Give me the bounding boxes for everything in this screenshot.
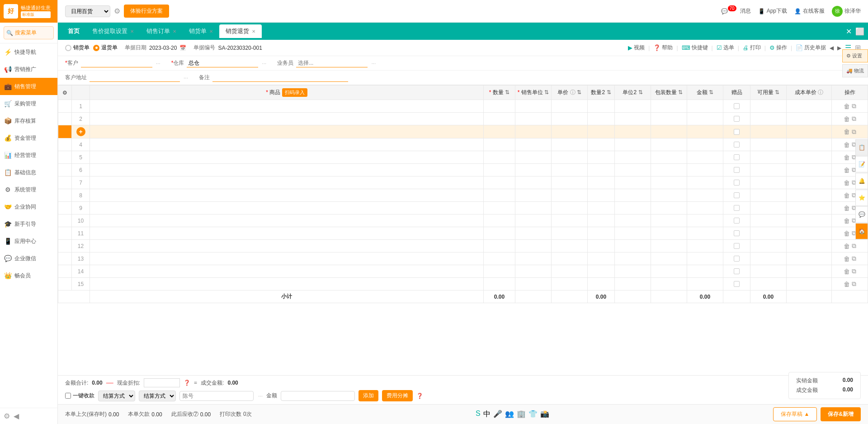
- table-settings-icon[interactable]: ⚙: [62, 90, 67, 96]
- avail-cell-7[interactable]: [750, 176, 787, 189]
- delete-row-btn-9[interactable]: 🗑: [844, 205, 850, 212]
- gift-cell-14[interactable]: [723, 265, 750, 278]
- fee-question-icon[interactable]: ❓: [416, 393, 423, 399]
- unit2-cell-8[interactable]: [615, 189, 651, 202]
- amount-cell-11[interactable]: [687, 227, 723, 240]
- avail-cell-5[interactable]: [750, 151, 787, 164]
- message-center[interactable]: 💬 70 消息: [721, 7, 751, 15]
- avail-cell-10[interactable]: [750, 214, 787, 227]
- qty-cell-7[interactable]: [484, 176, 515, 189]
- qty2-cell-3[interactable]: [588, 125, 615, 138]
- add-payment-btn[interactable]: 添加: [359, 390, 378, 401]
- cost-cell-2[interactable]: [787, 113, 832, 125]
- close-price-tab-icon[interactable]: ✕: [130, 29, 134, 34]
- unit2-cell-4[interactable]: [615, 138, 651, 151]
- unit2-cell-10[interactable]: [615, 214, 651, 227]
- rf-btn-6[interactable]: 🏠: [855, 223, 868, 239]
- close-sales-order-tab-icon[interactable]: ✕: [173, 29, 176, 34]
- unit2-cell-6[interactable]: [615, 164, 651, 176]
- rf-btn-5[interactable]: 💬: [855, 206, 868, 223]
- product-input-13[interactable]: [92, 256, 481, 262]
- gift-checkbox-6[interactable]: [734, 167, 740, 173]
- price-cell-5[interactable]: [552, 151, 588, 164]
- delete-row-btn-3[interactable]: 🗑: [844, 128, 850, 135]
- video-btn[interactable]: ▶视频: [628, 44, 645, 52]
- qty2-cell-13[interactable]: [588, 252, 615, 265]
- amount-cell-1[interactable]: [687, 100, 723, 113]
- delete-row-btn-5[interactable]: 🗑: [844, 154, 850, 161]
- amount-cell-9[interactable]: [687, 202, 723, 214]
- product-cell-1[interactable]: [90, 100, 484, 113]
- gift-checkbox-3[interactable]: [734, 129, 740, 135]
- qty-cell-12[interactable]: [484, 240, 515, 252]
- sidebar-item-sales[interactable]: 💼 销售管理: [0, 78, 57, 95]
- tab-delivery[interactable]: 销货单 ✕: [183, 24, 219, 38]
- close-all-tabs-icon[interactable]: ✕: [846, 27, 852, 36]
- product-cell-9[interactable]: [90, 202, 484, 214]
- amount-cell-2[interactable]: [687, 113, 723, 125]
- product-cell-13[interactable]: [90, 252, 484, 265]
- gift-cell-15[interactable]: [723, 278, 750, 291]
- product-cell-11[interactable]: [90, 227, 484, 240]
- bank-no-input[interactable]: [179, 391, 254, 401]
- user-profile[interactable]: 徐 徐泽华: [832, 6, 861, 17]
- cost-info-icon[interactable]: ⓘ: [818, 89, 823, 95]
- sidebar-item-marketing[interactable]: 📢 营销推广: [0, 61, 57, 78]
- qty-cell-10[interactable]: [484, 214, 515, 227]
- settings-side-btn[interactable]: ⚙ 设置: [842, 49, 868, 62]
- pack-sort-icon[interactable]: ⇅: [678, 89, 683, 95]
- amount-sort-icon[interactable]: ⇅: [709, 89, 713, 95]
- footer-icon2[interactable]: 中: [483, 410, 491, 419]
- sidebar-settings-btn[interactable]: ⚙: [4, 412, 10, 420]
- copy-row-btn-15[interactable]: ⧉: [852, 280, 856, 288]
- qty-cell-5[interactable]: [484, 151, 515, 164]
- delete-row-btn-10[interactable]: 🗑: [844, 217, 850, 224]
- qty-cell-13[interactable]: [484, 252, 515, 265]
- copy-row-btn-12[interactable]: ⧉: [852, 242, 856, 250]
- delete-row-btn-1[interactable]: 🗑: [844, 103, 850, 110]
- avail-cell-9[interactable]: [750, 202, 787, 214]
- price-cell-8[interactable]: [552, 189, 588, 202]
- avail-cell-2[interactable]: [750, 113, 787, 125]
- gift-cell-1[interactable]: [723, 100, 750, 113]
- fee-btn[interactable]: 费用分摊: [382, 390, 413, 401]
- unit2-cell-15[interactable]: [615, 278, 651, 291]
- unit2-sort-icon[interactable]: ⇅: [638, 89, 643, 95]
- amount-cell-3[interactable]: [687, 125, 723, 138]
- amount-cell-4[interactable]: [687, 138, 723, 151]
- gift-checkbox-4[interactable]: [734, 142, 740, 148]
- gift-checkbox-7[interactable]: [734, 180, 740, 186]
- qty2-cell-1[interactable]: [588, 100, 615, 113]
- sidebar-item-inventory[interactable]: 📦 库存核算: [0, 112, 57, 129]
- gift-checkbox-11[interactable]: [734, 230, 740, 236]
- price-cell-1[interactable]: [552, 100, 588, 113]
- sidebar-item-system[interactable]: ⚙ 系统管理: [0, 181, 57, 198]
- cost-cell-7[interactable]: [787, 176, 832, 189]
- amount-cell-6[interactable]: [687, 164, 723, 176]
- gift-checkbox-1[interactable]: [734, 103, 740, 109]
- unit-cell-3[interactable]: [515, 125, 552, 138]
- qty-cell-15[interactable]: [484, 278, 515, 291]
- product-input-14[interactable]: [92, 268, 481, 275]
- product-cell-4[interactable]: [90, 138, 484, 151]
- product-cell-15[interactable]: [90, 278, 484, 291]
- unit2-cell-3[interactable]: [615, 125, 651, 138]
- cost-cell-9[interactable]: [787, 202, 832, 214]
- unit2-cell-12[interactable]: [615, 240, 651, 252]
- settings-gear-icon[interactable]: ⚙: [114, 7, 120, 15]
- avail-cell-8[interactable]: [750, 189, 787, 202]
- sidebar-item-shortcut[interactable]: ⚡ 快捷导航: [0, 43, 57, 61]
- gift-checkbox-15[interactable]: [734, 281, 740, 287]
- pack-cell-6[interactable]: [651, 164, 687, 176]
- price-cell-9[interactable]: [552, 202, 588, 214]
- gift-cell-6[interactable]: [723, 164, 750, 176]
- cost-cell-4[interactable]: [787, 138, 832, 151]
- pack-cell-1[interactable]: [651, 100, 687, 113]
- footer-icon7[interactable]: 📸: [540, 410, 549, 419]
- avail-cell-6[interactable]: [750, 164, 787, 176]
- unit-cell-11[interactable]: [515, 227, 552, 240]
- amount-cell-14[interactable]: [687, 265, 723, 278]
- shortcut-btn[interactable]: ⌨快捷键: [682, 44, 708, 52]
- product-cell-7[interactable]: [90, 176, 484, 189]
- qty2-cell-10[interactable]: [588, 214, 615, 227]
